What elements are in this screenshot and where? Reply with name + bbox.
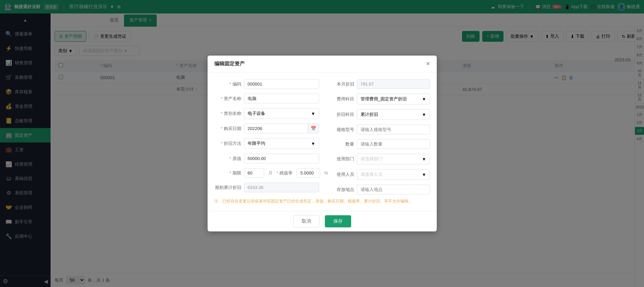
- modal-footer: 取消 保存: [208, 211, 437, 231]
- name-input[interactable]: [244, 94, 319, 103]
- residual-rate-input[interactable]: [297, 168, 320, 178]
- cancel-btn[interactable]: 取消: [293, 215, 319, 227]
- field-department: 使用部门 请选择部门 ▼: [327, 154, 430, 164]
- form-grid: 编码 资产名称 类别名称 电子设备 ▼: [214, 79, 430, 194]
- monthly-dep-label: 本月折旧: [327, 81, 354, 87]
- user-icon: ▼: [422, 172, 426, 177]
- initial-dep-input: [244, 183, 319, 192]
- category-select-value: 电子设备: [248, 110, 265, 117]
- field-initial-depreciation: 期初累计折旧: [214, 183, 319, 192]
- save-btn[interactable]: 保存: [325, 215, 351, 227]
- department-label: 使用部门: [327, 156, 354, 162]
- field-depreciation-method: 折旧方法 年限平均 ▼: [214, 138, 319, 149]
- user-label: 使用人员: [327, 171, 354, 178]
- monthly-dep-input: [357, 79, 430, 89]
- location-label: 存放地点: [327, 187, 354, 193]
- modal-header: 编辑固定资产 ×: [208, 56, 437, 72]
- edit-asset-modal: 编辑固定资产 × 编码 资产名称: [208, 56, 437, 231]
- name-label: 资产名称: [214, 96, 241, 102]
- residual-rate-label: 残值率: [277, 170, 293, 176]
- location-input[interactable]: [357, 185, 430, 194]
- modal-overlay[interactable]: 编辑固定资产 × 编码 资产名称: [0, 0, 644, 287]
- field-quantity: 数量: [327, 139, 430, 149]
- field-location: 存放地点: [327, 185, 430, 194]
- code-input[interactable]: [244, 79, 319, 89]
- depreciation-method-select[interactable]: 年限平均 ▼: [244, 138, 319, 149]
- modal-close-btn[interactable]: ×: [426, 60, 430, 67]
- department-select[interactable]: 请选择部门 ▼: [357, 154, 430, 164]
- category-label: 类别名称: [214, 110, 241, 117]
- department-placeholder: 请选择部门: [361, 156, 382, 162]
- spec-model-input[interactable]: [357, 125, 430, 134]
- expense-account-label: 费用科目: [327, 96, 354, 102]
- field-dep-account: 折旧科目 累计折旧 ▼: [327, 109, 430, 120]
- field-monthly-dep: 本月折旧: [327, 79, 430, 89]
- field-period: 期限 月 残值率 %: [214, 168, 319, 178]
- modal-title: 编辑固定资产: [214, 61, 245, 67]
- quantity-label: 数量: [327, 141, 354, 147]
- original-value-label: 原值: [214, 156, 241, 162]
- purchase-date-input[interactable]: [244, 124, 308, 133]
- period-label: 期限: [214, 170, 241, 176]
- field-expense-account: 费用科目 管理费用_固定资产折旧 ▼: [327, 94, 430, 104]
- field-user: 使用人员 请选择人员 ▼: [327, 169, 430, 180]
- form-left: 编码 资产名称 类别名称 电子设备 ▼: [214, 79, 319, 194]
- period-unit: 月: [268, 170, 273, 176]
- expense-account-value: 管理费用_固定资产折旧: [361, 96, 407, 102]
- depreciation-method-value: 年限平均: [248, 140, 265, 147]
- field-original-value: 原值: [214, 154, 319, 163]
- purchase-date-label: 购买日期: [214, 126, 241, 132]
- depreciation-method-label: 折旧方法: [214, 140, 241, 147]
- calendar-icon[interactable]: 📅: [308, 124, 319, 133]
- spec-model-label: 规格型号: [327, 127, 354, 133]
- initial-dep-label: 期初累计折旧: [214, 185, 241, 191]
- field-category: 类别名称 电子设备 ▼: [214, 108, 319, 119]
- department-icon: ▼: [422, 157, 426, 162]
- modal-body: 编码 资产名称 类别名称 电子设备 ▼: [208, 72, 437, 211]
- field-purchase-date: 购买日期 📅: [214, 124, 319, 133]
- form-right: 本月折旧 费用科目 管理费用_固定资产折旧 ▼ 折旧科目: [327, 79, 430, 194]
- period-input[interactable]: [244, 168, 264, 178]
- category-select[interactable]: 电子设备 ▼: [244, 108, 319, 119]
- dep-account-value: 累计折旧: [361, 111, 378, 118]
- depreciation-method-icon: ▼: [311, 141, 315, 146]
- user-placeholder: 请选择人员: [361, 171, 382, 178]
- category-select-icon: ▼: [311, 111, 315, 116]
- field-name: 资产名称: [214, 94, 319, 103]
- field-code: 编码: [214, 79, 319, 89]
- original-value-input[interactable]: [244, 154, 319, 163]
- code-label: 编码: [214, 81, 241, 87]
- quantity-input[interactable]: [357, 139, 430, 149]
- dep-account-select[interactable]: 累计折旧 ▼: [357, 109, 430, 120]
- expense-account-icon: ▼: [422, 97, 426, 102]
- user-select[interactable]: 请选择人员 ▼: [357, 169, 430, 180]
- modal-note: 注：已经存在变更记录或者对应固定资产已经生成凭证，原值、购买日期、残值率、累计折…: [214, 198, 430, 204]
- field-spec-model: 规格型号: [327, 125, 430, 134]
- dep-account-icon: ▼: [422, 112, 426, 117]
- expense-account-select[interactable]: 管理费用_固定资产折旧 ▼: [357, 94, 430, 104]
- dep-account-label: 折旧科目: [327, 111, 354, 118]
